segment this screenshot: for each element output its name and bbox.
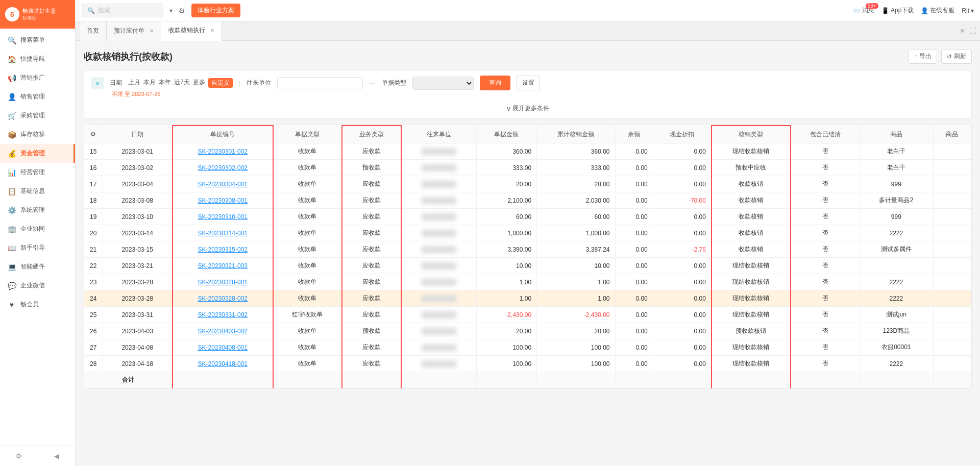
cell-doc-no[interactable]: SK-20230302-002 — [173, 160, 273, 176]
sidebar-item-marketing[interactable]: 📢 营销推广 — [0, 68, 75, 87]
sidebar-label-wechat: 企业微信 — [20, 281, 45, 290]
th-settings[interactable]: ⚙ — [84, 126, 103, 143]
filter-date-7days[interactable]: 近7天 — [174, 78, 190, 88]
cell-balance: 0.00 — [615, 274, 653, 290]
doc-no-link[interactable]: SK-20230328-002 — [198, 295, 248, 302]
doc-no-link[interactable]: SK-20230302-002 — [198, 164, 248, 171]
sidebar-item-basic[interactable]: 📋 基础信息 — [0, 182, 75, 201]
sidebar-label-corp: 企业协同 — [20, 225, 45, 233]
sidebar-item-hardware[interactable]: 💻 智能硬件 — [0, 257, 75, 276]
cell-doc-no[interactable]: SK-20230328-001 — [173, 274, 273, 290]
doc-no-link[interactable]: SK-20230403-002 — [198, 328, 248, 335]
filter-toggle-btn[interactable]: » — [91, 77, 104, 89]
cell-balance: 0.00 — [615, 241, 653, 258]
cell-doc-no[interactable]: SK-20230331-002 — [173, 307, 273, 323]
filter-date-this-year[interactable]: 本年 — [159, 78, 171, 88]
cell-amount: 1.00 — [476, 290, 536, 307]
cell-no: 17 — [84, 176, 103, 192]
sidebar-collapse-icon[interactable]: ◀ — [50, 450, 63, 462]
topbar-gear-icon[interactable]: ⚙ — [179, 7, 185, 15]
sidebar-item-member[interactable]: ♥ 畅会员 — [0, 295, 75, 314]
tab-home[interactable]: 首页 — [80, 21, 107, 41]
sidebar-item-search[interactable]: 🔍 搜索菜单 — [0, 31, 75, 50]
sidebar-item-guide[interactable]: 📖 新手引导 — [0, 238, 75, 257]
filter-settings-btn[interactable]: 设置 — [517, 76, 540, 90]
doc-no-link[interactable]: SK-20230321-003 — [198, 262, 248, 269]
cell-doc-no[interactable]: SK-20230314-001 — [173, 225, 273, 241]
cell-cancel-type: 收款核销 — [712, 192, 791, 209]
sidebar-item-quick[interactable]: 🏠 快捷导航 — [0, 50, 75, 68]
tab-receipt-cancel[interactable]: 收款核销执行 ✕ — [161, 21, 222, 41]
topbar-service-btn[interactable]: 👤 在线客服 — [921, 6, 954, 15]
cell-amount: 1.00 — [476, 274, 536, 290]
tabbar-close-icon[interactable]: ✕ — [960, 27, 965, 35]
doc-no-link[interactable]: SK-20230331-002 — [198, 311, 248, 318]
cell-doc-no[interactable]: SK-20230308-001 — [173, 192, 273, 209]
tab-payable-close[interactable]: ✕ — [150, 28, 154, 34]
doc-no-link[interactable]: SK-20230314-001 — [198, 230, 248, 237]
refresh-btn[interactable]: ↺ 刷新 — [941, 49, 972, 64]
tabbar-expand-icon[interactable]: ⛶ — [969, 27, 976, 35]
sidebar-settings-icon[interactable]: ⚙ — [12, 450, 26, 462]
topbar-dropdown-icon[interactable]: ▾ — [169, 7, 173, 14]
tab-receipt-cancel-close[interactable]: ✕ — [210, 28, 214, 33]
filter-date-custom[interactable]: 自定义 — [208, 78, 233, 88]
cell-no: 25 — [84, 307, 103, 323]
cell-doc-no[interactable]: SK-20230408-001 — [173, 339, 273, 356]
cell-doc-no[interactable]: SK-20230310-001 — [173, 209, 273, 225]
sidebar-item-corp[interactable]: 🏢 企业协同 — [0, 219, 75, 238]
filter-date-more[interactable]: 更多 — [193, 78, 205, 88]
filter-party-more[interactable]: ··· — [369, 79, 376, 88]
filter-date-this-month[interactable]: 本月 — [143, 78, 156, 88]
sidebar-item-finance[interactable]: 💰 资金管理 — [0, 144, 75, 163]
topbar-message-btn[interactable]: 📨 消息 99+ — [853, 6, 874, 15]
cell-doc-no[interactable]: SK-20230403-002 — [173, 323, 273, 339]
sidebar-item-inventory[interactable]: 📦 库存核算 — [0, 125, 75, 144]
cell-doc-no[interactable]: SK-20230328-002 — [173, 290, 273, 307]
doc-no-link[interactable]: SK-20230308-001 — [198, 197, 248, 204]
cell-doc-no[interactable]: SK-20230418-001 — [173, 356, 273, 372]
topbar-app-btn[interactable]: 📱 App下载 — [881, 6, 914, 15]
filter-expand-btn[interactable]: ∨ 展开更多条件 — [506, 104, 549, 113]
sidebar-item-wechat[interactable]: 💬 企业微信 — [0, 276, 75, 295]
cell-included: 否 — [791, 176, 859, 192]
doc-no-link[interactable]: SK-20230310-001 — [198, 213, 248, 220]
sidebar-item-system[interactable]: ⚙️ 系统管理 — [0, 201, 75, 219]
cell-doc-no[interactable]: SK-20230315-002 — [173, 241, 273, 258]
topbar-user[interactable]: Rit ▾ — [962, 7, 974, 14]
cell-doc-no[interactable]: SK-20230321-003 — [173, 258, 273, 274]
cell-doc-no[interactable]: SK-20230301-002 — [173, 143, 273, 160]
doc-no-link[interactable]: SK-20230304-001 — [198, 181, 248, 188]
doc-no-link[interactable]: SK-20230301-002 — [198, 148, 248, 155]
table-scroll-area[interactable]: ⚙ 日期 单据编号 单据类型 业务类型 往来单位 单据金额 累计核销金额 余额 … — [84, 125, 971, 388]
sidebar-item-operation[interactable]: 📊 经营管理 — [0, 163, 75, 182]
filter-date-last-month[interactable]: 上月 — [128, 78, 140, 88]
doc-no-link[interactable]: SK-20230408-001 — [198, 344, 248, 351]
topbar-solution-btn[interactable]: 体验行业方案 — [191, 4, 240, 17]
cell-no: 24 — [84, 290, 103, 307]
cell-amount: 360.00 — [476, 143, 536, 160]
doc-no-link[interactable]: SK-20230328-001 — [198, 279, 248, 286]
filter-query-btn[interactable]: 查询 — [480, 76, 510, 90]
tab-payable[interactable]: 预计应付单 ✕ — [107, 21, 161, 41]
table-row: 16 2023-03-02 SK-20230302-002 收款单 预收款 ██… — [84, 160, 971, 176]
cell-doc-no[interactable]: SK-20230304-001 — [173, 176, 273, 192]
filter-doctype-select[interactable] — [412, 77, 474, 90]
cell-balance: 0.00 — [615, 192, 653, 209]
tab-payable-label: 预计应付单 — [114, 27, 144, 35]
export-btn[interactable]: ↑ 导出 — [909, 49, 937, 64]
sidebar-item-purchase[interactable]: 🛒 采购管理 — [0, 106, 75, 125]
footer-label: 合计 — [84, 372, 173, 388]
tabbar-controls: ✕ ⛶ — [960, 27, 976, 35]
cell-balance: 0.00 — [615, 209, 653, 225]
doc-no-link[interactable]: SK-20230418-001 — [198, 360, 248, 367]
cell-no: 19 — [84, 209, 103, 225]
doc-no-link[interactable]: SK-20230315-002 — [198, 246, 248, 253]
filter-party-input[interactable] — [277, 77, 363, 89]
cell-included: 否 — [791, 258, 859, 274]
cell-date: 2023-04-03 — [103, 323, 173, 339]
topbar-search[interactable]: 🔍 搜索 — [82, 4, 163, 17]
cell-included: 否 — [791, 209, 859, 225]
th-goods1: 商品 — [860, 126, 934, 143]
sidebar-item-sales[interactable]: 👤 销售管理 — [0, 87, 75, 106]
